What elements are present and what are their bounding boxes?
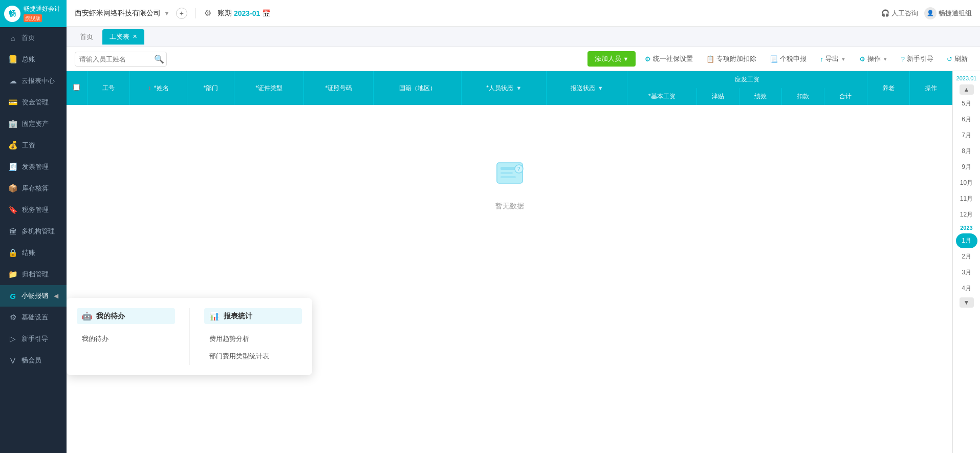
dropdown-menu: 🤖 我的待办 我的待办 📊 报表统计 费用趋势分析 部门费用类型统计表 — [67, 298, 312, 375]
tab-close-salary[interactable]: ✕ — [133, 33, 137, 40]
close-accounts-icon: 🔒 — [8, 248, 18, 257]
sidebar-item-home[interactable]: ⌂ 首页 — [0, 27, 67, 49]
dropdown-item-my-todo[interactable]: 我的待办 — [77, 330, 175, 348]
timeline-month-2022-8[interactable]: 8月 — [956, 144, 977, 159]
th-operation: 操作 — [909, 71, 952, 105]
sidebar-item-archive[interactable]: 📁 归档管理 — [0, 264, 67, 285]
th-name: ↕ *姓名 — [129, 71, 187, 105]
timeline-month-2022-6[interactable]: 6月 — [956, 112, 977, 127]
tax-report-icon: 📃 — [770, 55, 778, 63]
period-label: 账期 — [217, 9, 232, 18]
timeline-month-2022-9[interactable]: 9月 — [956, 160, 977, 175]
sidebar-item-salary[interactable]: 💰 工资 — [0, 135, 67, 156]
main-content: 西安虾米网络科技有限公司 ▼ + ⚙ 账期 2023-01 📅 🎧 人工咨询 👤… — [67, 0, 980, 453]
dropdown-section-todo: 🤖 我的待办 我的待办 — [77, 308, 175, 365]
th-basic-salary: *基本工资 — [627, 88, 696, 105]
svg-text:?: ? — [517, 166, 520, 172]
topbar-divider — [195, 8, 196, 18]
sidebar-item-tax[interactable]: 🔖 税务管理 — [0, 199, 67, 221]
social-security-icon: ⚙ — [645, 55, 651, 63]
social-security-action[interactable]: ⚙ 统一社保设置 — [641, 52, 697, 66]
toolbar: 🔍 添加人员 ▼ ⚙ 统一社保设置 📋 专项附加扣除 📃 个税申报 ↑ 导出 — [67, 47, 980, 71]
guide-icon: ▷ — [8, 334, 17, 343]
company-dropdown-arrow: ▼ — [164, 10, 170, 17]
sidebar-item-member[interactable]: V 畅会员 — [0, 350, 67, 371]
svg-rect-2 — [500, 172, 513, 174]
tax-report-action[interactable]: 📃 个税申报 — [766, 52, 811, 66]
export-action[interactable]: ↑ 导出 ▼ — [816, 52, 850, 66]
sidebar-item-fixed-assets[interactable]: 🏢 固定资产 — [0, 113, 67, 135]
timeline-month-2023-4[interactable]: 4月 — [956, 281, 977, 296]
select-all-checkbox[interactable] — [73, 84, 80, 91]
personnel-status-filter[interactable]: ▼ — [516, 85, 521, 91]
operation-action[interactable]: ⚙ 操作 ▼ — [855, 52, 892, 66]
timeline-next-btn[interactable]: ▼ — [960, 297, 974, 308]
timeline-month-2022-10[interactable]: 10月 — [956, 176, 977, 190]
member-icon: V — [8, 356, 17, 365]
period-value: 2023-01 — [234, 9, 260, 17]
sidebar-item-close[interactable]: 🔒 结账 — [0, 242, 67, 264]
timeline-prev-btn[interactable]: ▲ — [960, 84, 974, 95]
timeline-month-2022-11[interactable]: 11月 — [956, 191, 977, 206]
salary-table: 工号 ↕ *姓名 *部门 *证件类型 *证照号码 国籍（地区） *人员状态 — [67, 71, 952, 105]
th-pension: 养老 — [867, 71, 909, 105]
home-icon: ⌂ — [8, 34, 17, 42]
th-report-status: 报送状态 ▼ — [547, 71, 627, 105]
th-checkbox — [67, 71, 87, 105]
sidebar-item-expense[interactable]: G 小畅报销 ◀ — [0, 285, 67, 307]
report-status-filter[interactable]: ▼ — [598, 85, 603, 91]
company-selector[interactable]: 西安虾米网络科技有限公司 ▼ — [75, 9, 170, 18]
dropdown-section-todo-title: 🤖 我的待办 — [77, 308, 175, 324]
timeline-month-2022-5[interactable]: 5月 — [956, 96, 977, 111]
fund-icon: 💳 — [8, 98, 18, 107]
dropdown-item-cost-trend[interactable]: 费用趋势分析 — [204, 330, 302, 348]
tab-salary[interactable]: 工资表 ✕ — [102, 29, 144, 45]
timeline-month-2023-3[interactable]: 3月 — [956, 265, 977, 280]
add-company-button[interactable]: + — [176, 8, 187, 19]
th-id-type: *证件类型 — [234, 71, 304, 105]
report-title-icon: 📊 — [209, 311, 220, 321]
special-deduction-action[interactable]: 📋 专项附加扣除 — [702, 52, 760, 66]
inventory-icon: 📦 — [8, 184, 18, 193]
user-action[interactable]: 👤 畅捷通组组 — [924, 7, 972, 19]
sidebar-item-cloud-report[interactable]: ☁ 云报表中心 — [0, 70, 67, 92]
sidebar-item-basic[interactable]: ⚙ 基础设置 — [0, 307, 67, 328]
sidebar-item-guide[interactable]: ▷ 新手引导 — [0, 328, 67, 350]
sidebar-item-ledger[interactable]: 📒 总账 — [0, 49, 67, 70]
search-input[interactable] — [79, 55, 151, 63]
dropdown-item-dept-cost[interactable]: 部门费用类型统计表 — [204, 348, 302, 365]
empty-illustration: ? — [489, 153, 530, 193]
timeline-month-2022-7[interactable]: 7月 — [956, 128, 977, 143]
cloud-icon: ☁ — [8, 76, 17, 85]
support-action[interactable]: 🎧 人工咨询 — [881, 9, 918, 18]
export-icon: ↑ — [820, 55, 823, 63]
th-personnel-status: *人员状态 ▼ — [462, 71, 547, 105]
timeline-month-2023-2[interactable]: 2月 — [956, 249, 977, 264]
sidebar-item-invoice[interactable]: 🧾 发票管理 — [0, 156, 67, 178]
fixed-assets-icon: 🏢 — [8, 119, 18, 128]
sidebar-item-fund[interactable]: 💳 资金管理 — [0, 92, 67, 113]
sidebar-item-multi-org[interactable]: 🏛 多机构管理 — [0, 221, 67, 242]
search-box[interactable]: 🔍 — [75, 52, 167, 67]
table-container: 工号 ↕ *姓名 *部门 *证件类型 *证照号码 国籍（地区） *人员状态 — [67, 71, 952, 453]
new-guide-action[interactable]: ? 新手引导 — [897, 52, 938, 66]
settings-icon-topbar[interactable]: ⚙ — [204, 8, 211, 18]
multi-org-icon: 🏛 — [8, 227, 17, 236]
settings-icon: ⚙ — [8, 313, 17, 322]
tab-home[interactable]: 首页 — [73, 29, 100, 45]
refresh-action[interactable]: ↺ 刷新 — [943, 52, 972, 66]
refresh-icon: ↺ — [947, 55, 952, 63]
th-performance: 绩效 — [739, 88, 782, 105]
add-person-button[interactable]: 添加人员 ▼ — [587, 51, 636, 67]
collapse-arrow: ◀ — [54, 292, 58, 299]
account-period: 账期 2023-01 📅 — [217, 9, 271, 18]
sidebar-item-inventory[interactable]: 📦 库存核算 — [0, 178, 67, 199]
th-allowance: 津贴 — [697, 88, 739, 105]
tabs-bar: 首页 工资表 ✕ — [67, 27, 980, 47]
timeline-month-2023-1[interactable]: 1月 — [956, 233, 977, 248]
calendar-icon[interactable]: 📅 — [262, 9, 271, 17]
headset-icon: 🎧 — [881, 9, 889, 17]
invoice-icon: 🧾 — [8, 162, 18, 171]
svg-rect-3 — [500, 176, 516, 178]
timeline-month-2022-12[interactable]: 12月 — [956, 207, 977, 222]
